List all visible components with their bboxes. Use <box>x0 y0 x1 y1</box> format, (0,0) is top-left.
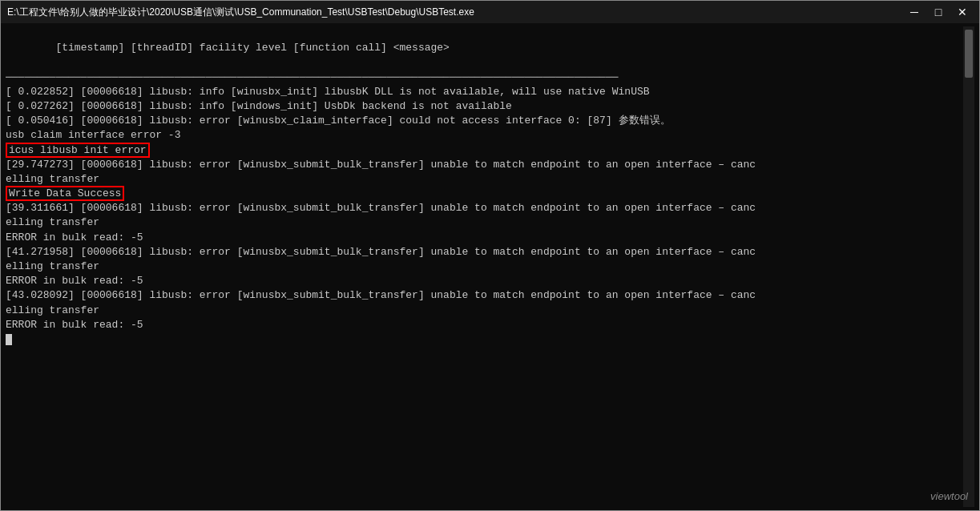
close-button[interactable]: ✕ <box>952 4 973 20</box>
log-line-3: [ 0.050416] [00006618] libusb: error [wi… <box>6 114 963 128</box>
log-line-5: icus libusb init error <box>6 143 963 158</box>
log-line-15: [43.028092] [00006618] libusb: error [wi… <box>6 288 963 303</box>
log-line-4: usb claim interface error -3 <box>6 128 963 143</box>
highlight-init-error: icus libusb init error <box>6 143 150 158</box>
log-line-14: ERROR in bulk read: -5 <box>6 274 963 288</box>
minimize-button[interactable]: ─ <box>904 4 925 20</box>
log-line-8: Write Data Success <box>6 187 963 201</box>
title-bar: E:\工程文件\给别人做的毕业设计\2020\USB通信\测试\USB_Comm… <box>1 1 979 23</box>
log-line-2: [ 0.027262] [00006618] libusb: info [win… <box>6 99 963 114</box>
text-cursor <box>6 334 12 345</box>
log-line-16: elling transfer <box>6 304 963 318</box>
log-line-12: [41.271958] [00006618] libusb: error [wi… <box>6 245 963 260</box>
log-line-17: ERROR in bulk read: -5 <box>6 318 963 332</box>
log-line-10: elling transfer <box>6 215 963 230</box>
console-area: [timestamp] [threadID] facility level [f… <box>1 23 979 510</box>
watermark: viewtool <box>930 489 968 504</box>
main-window: E:\工程文件\给别人做的毕业设计\2020\USB通信\测试\USB_Comm… <box>0 0 980 511</box>
console-output: [timestamp] [threadID] facility level [f… <box>6 26 963 507</box>
highlight-write-success: Write Data Success <box>6 186 124 201</box>
log-line-1: [ 0.022852] [00006618] libusb: info [win… <box>6 85 963 99</box>
log-line-6: [29.747273] [00006618] libusb: error [wi… <box>6 158 963 172</box>
log-line-9: [39.311661] [00006618] libusb: error [wi… <box>6 201 963 215</box>
maximize-button[interactable]: □ <box>928 4 949 20</box>
window-controls: ─ □ ✕ <box>904 4 973 20</box>
scrollbar-thumb[interactable] <box>965 30 973 78</box>
log-line-13: elling transfer <box>6 260 963 274</box>
window-title: E:\工程文件\给别人做的毕业设计\2020\USB通信\测试\USB_Comm… <box>7 6 474 19</box>
log-line-7: elling transfer <box>6 172 963 187</box>
cursor-line <box>6 332 963 347</box>
console-separator: ────────────────────────────────────────… <box>6 70 963 85</box>
log-line-11: ERROR in bulk read: -5 <box>6 231 963 245</box>
console-header-line: [timestamp] [threadID] facility level [f… <box>6 26 963 70</box>
scrollbar[interactable] <box>963 26 974 507</box>
